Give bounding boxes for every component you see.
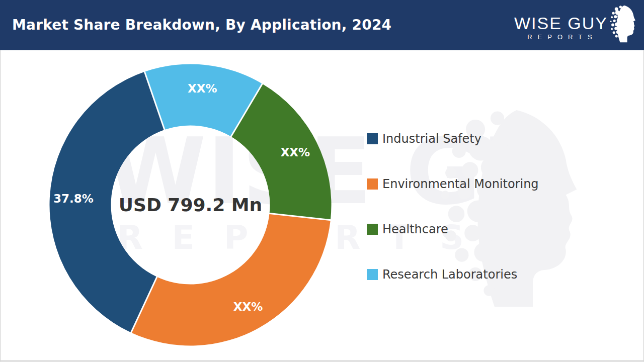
segment-percent-label-healthcare: XX% [281, 146, 310, 159]
donut-chart: XX%XX%XX%37.8% USD 799.2 Mn [1, 50, 383, 362]
segment-percent-label-industrial-safety: 37.8% [53, 192, 94, 205]
legend-item-research-laboratories: Research Laboratories [367, 267, 539, 282]
center-value-label: USD 799.2 Mn [119, 195, 262, 215]
legend-label-industrial-safety: Industrial Safety [382, 131, 481, 146]
legend-swatch-healthcare [367, 224, 378, 235]
chart-title: Market Share Breakdown, By Application, … [12, 0, 391, 50]
legend-item-healthcare: Healthcare [367, 222, 539, 237]
legend-label-research-laboratories: Research Laboratories [382, 267, 517, 282]
segment-percent-label-research-laboratories: XX% [188, 82, 217, 95]
legend-item-industrial-safety: Industrial Safety [367, 131, 539, 146]
wiseguy-face-icon [609, 4, 637, 43]
legend-swatch-environmental-monitoring [367, 178, 378, 190]
legend-item-environmental-monitoring: Environmental Monitoring [367, 176, 539, 192]
legend: Industrial SafetyEnvironmental Monitorin… [367, 131, 539, 282]
donut-segment-environmental-monitoring [131, 214, 331, 346]
chart-area: WISE GU REPORTS XX%XX%XX%37.8% USD 799.2… [0, 50, 644, 362]
segment-percent-label-environmental-monitoring: XX% [233, 300, 263, 313]
legend-swatch-industrial-safety [367, 133, 378, 144]
logo-wordmark: WISE GUY [514, 15, 608, 32]
wiseguy-logo-text: WISE GUY REPORTS [514, 15, 608, 40]
header-bar: Market Share Breakdown, By Application, … [0, 0, 644, 50]
wiseguy-logo: WISE GUY REPORTS [514, 4, 637, 43]
legend-label-healthcare: Healthcare [382, 222, 448, 237]
legend-swatch-research-laboratories [367, 269, 378, 280]
page-root: Market Share Breakdown, By Application, … [0, 0, 644, 362]
logo-subtitle: REPORTS [527, 34, 598, 40]
legend-label-environmental-monitoring: Environmental Monitoring [382, 176, 539, 192]
